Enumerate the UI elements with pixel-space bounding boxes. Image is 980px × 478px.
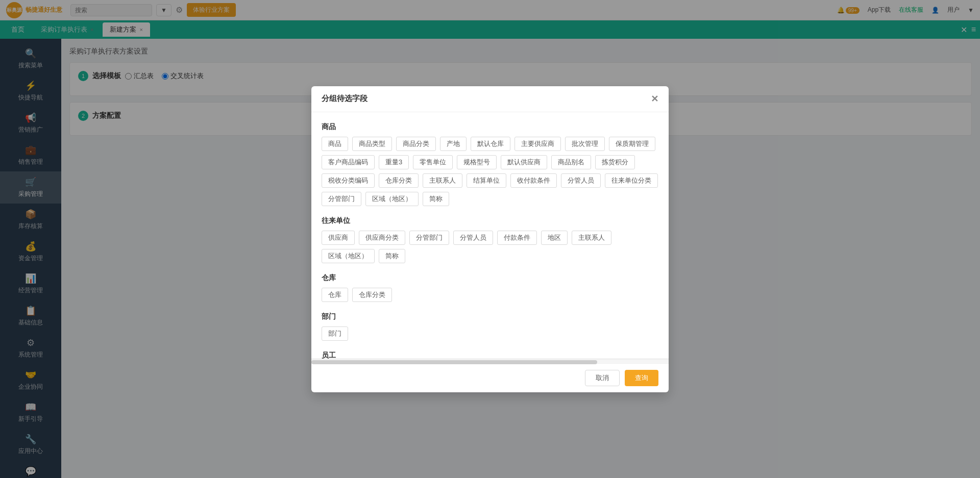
modal-close-button[interactable]: ✕ [651, 93, 658, 105]
field-tag[interactable]: 区域（地区） [322, 249, 375, 263]
field-tag[interactable]: 部门 [322, 326, 348, 341]
field-tag[interactable]: 分管人员 [453, 231, 493, 245]
field-tag[interactable]: 重量3 [379, 155, 409, 169]
section-counterparty: 往来单位 供应商 供应商分类 分管部门 分管人员 付款条件 地区 主联系人 区域… [322, 216, 658, 263]
field-select-modal: 分组待选字段 ✕ 商品 商品 商品类型 商品分类 产地 默认仓库 主要供应商 批… [311, 86, 669, 392]
product-fields: 商品 商品类型 商品分类 产地 默认仓库 主要供应商 批次管理 保质期管理 客户… [322, 137, 658, 206]
field-tag[interactable]: 商品类型 [352, 137, 392, 151]
field-tag[interactable]: 税收分类编码 [322, 173, 375, 188]
modal-overlay: 分组待选字段 ✕ 商品 商品 商品类型 商品分类 产地 默认仓库 主要供应商 批… [0, 0, 980, 478]
field-tag[interactable]: 付款条件 [497, 231, 537, 245]
field-tag[interactable]: 零售单位 [413, 155, 453, 169]
department-fields: 部门 [322, 326, 658, 341]
modal-confirm-button[interactable]: 查询 [625, 370, 658, 386]
field-tag[interactable]: 商品 [322, 137, 348, 151]
section-warehouse: 仓库 仓库 仓库分类 [322, 273, 658, 302]
field-tag[interactable]: 主联系人 [572, 231, 611, 245]
field-tag[interactable]: 地区 [541, 231, 568, 245]
modal-hscroll-thumb [311, 360, 597, 364]
field-tag[interactable]: 区域（地区） [365, 192, 419, 206]
field-tag[interactable]: 仓库分类 [352, 288, 392, 302]
counterparty-fields: 供应商 供应商分类 分管部门 分管人员 付款条件 地区 主联系人 区域（地区） … [322, 231, 658, 263]
field-tag[interactable]: 商品分类 [396, 137, 436, 151]
field-tag[interactable]: 商品别名 [551, 155, 591, 169]
field-tag[interactable]: 结算单位 [467, 173, 506, 188]
modal-header: 分组待选字段 ✕ [311, 86, 669, 112]
section-warehouse-title: 仓库 [322, 273, 658, 283]
section-employee-title: 员工 [322, 351, 658, 359]
section-product-title: 商品 [322, 122, 658, 132]
field-tag[interactable]: 供应商分类 [359, 231, 405, 245]
field-tag[interactable]: 分管人员 [561, 173, 601, 188]
field-tag[interactable]: 往来单位分类 [605, 173, 658, 188]
field-tag[interactable]: 批次管理 [565, 137, 605, 151]
field-tag[interactable]: 客户商品编码 [322, 155, 375, 169]
section-department-title: 部门 [322, 312, 658, 321]
warehouse-fields: 仓库 仓库分类 [322, 288, 658, 302]
field-tag[interactable]: 默认供应商 [501, 155, 547, 169]
field-tag[interactable]: 产地 [440, 137, 467, 151]
field-tag[interactable]: 分管部门 [322, 192, 361, 206]
field-tag[interactable]: 规格型号 [457, 155, 497, 169]
field-tag[interactable]: 简称 [423, 192, 449, 206]
field-tag[interactable]: 仓库 [322, 288, 348, 302]
field-tag[interactable]: 默认仓库 [471, 137, 510, 151]
section-counterparty-title: 往来单位 [322, 216, 658, 225]
modal-cancel-button[interactable]: 取消 [585, 370, 620, 386]
section-employee: 员工 业务员 [322, 351, 658, 359]
field-tag[interactable]: 分管部门 [409, 231, 449, 245]
field-tag[interactable]: 简称 [379, 249, 405, 263]
modal-hscroll[interactable] [311, 359, 669, 363]
modal-title: 分组待选字段 [322, 94, 368, 104]
field-tag[interactable]: 保质期管理 [609, 137, 655, 151]
section-product: 商品 商品 商品类型 商品分类 产地 默认仓库 主要供应商 批次管理 保质期管理… [322, 122, 658, 206]
field-tag[interactable]: 主要供应商 [514, 137, 561, 151]
field-tag[interactable]: 收付款条件 [510, 173, 557, 188]
field-tag[interactable]: 仓库分类 [379, 173, 419, 188]
modal-body: 商品 商品 商品类型 商品分类 产地 默认仓库 主要供应商 批次管理 保质期管理… [311, 112, 669, 359]
section-department: 部门 部门 [322, 312, 658, 341]
field-tag[interactable]: 供应商 [322, 231, 355, 245]
field-tag[interactable]: 主联系人 [423, 173, 462, 188]
modal-footer: 取消 查询 [311, 363, 669, 392]
field-tag[interactable]: 拣货积分 [595, 155, 635, 169]
